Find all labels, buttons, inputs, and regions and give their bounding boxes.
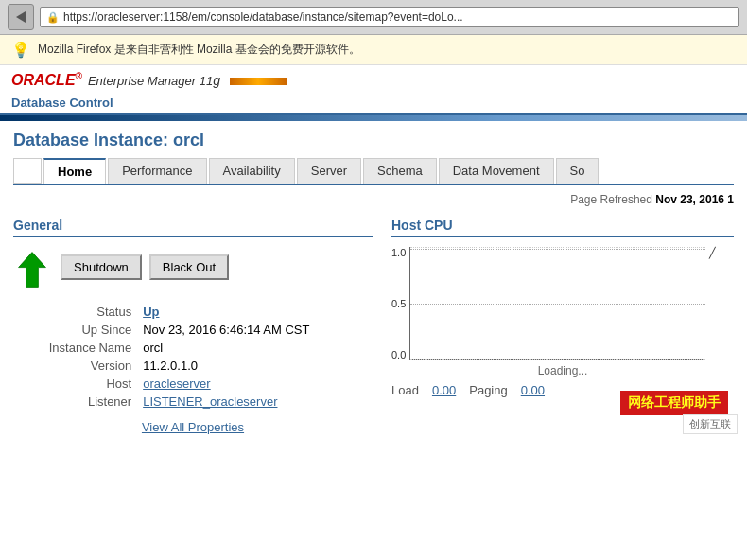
table-row: Listener LISTENER_oracleserver bbox=[13, 393, 373, 411]
host-link[interactable]: oracleserver bbox=[143, 376, 211, 391]
tab-availability[interactable]: Availability bbox=[209, 158, 295, 184]
paging-value[interactable]: 0.00 bbox=[521, 383, 545, 397]
instance-value: orcl bbox=[139, 339, 373, 357]
listener-link[interactable]: LISTENER_oracleserver bbox=[143, 394, 277, 409]
tab-schema[interactable]: Schema bbox=[363, 158, 437, 184]
status-label: Status bbox=[13, 303, 139, 321]
table-row: Up Since Nov 23, 2016 6:46:14 AM CST bbox=[13, 321, 373, 339]
em-bar-decoration bbox=[230, 78, 287, 85]
gridline-bottom bbox=[410, 359, 705, 360]
properties-table: Status Up Up Since Nov 23, 2016 6:46:14 … bbox=[13, 303, 373, 411]
em-logo-row: ORACLE® Enterprise Manager 11g bbox=[11, 71, 736, 93]
y-axis-max: 1.0 bbox=[391, 247, 406, 258]
tab-home[interactable]: Home bbox=[43, 158, 106, 184]
host-label: Host bbox=[13, 375, 139, 393]
shutdown-button[interactable]: Shutdown bbox=[61, 254, 142, 280]
back-arrow-icon bbox=[16, 11, 26, 23]
y-axis-min: 0.0 bbox=[391, 349, 406, 360]
svg-marker-0 bbox=[19, 253, 46, 288]
instance-label: Instance Name bbox=[13, 339, 139, 357]
status-link[interactable]: Up bbox=[143, 305, 159, 319]
table-row: Version 11.2.0.1.0 bbox=[13, 357, 373, 375]
browser-bar: 🔒 https://oracleserver:1158/em/console/d… bbox=[0, 0, 747, 35]
general-section: General Shutdown Black Out Status bbox=[13, 218, 373, 434]
chart-dotted-mid bbox=[410, 304, 705, 305]
paging-label: Paging bbox=[469, 383, 507, 397]
up-arrow-container bbox=[13, 251, 51, 291]
load-value[interactable]: 0.00 bbox=[432, 383, 456, 397]
page-refreshed: Page Refreshed Nov 23, 2016 1 bbox=[13, 193, 734, 206]
table-row: Status Up bbox=[13, 303, 373, 321]
cpu-chart: 1.0 0.5 0.0 ╱ bbox=[391, 247, 734, 360]
table-row: Instance Name orcl bbox=[13, 339, 373, 357]
chart-dotted-top bbox=[410, 249, 705, 250]
refresh-time: Nov 23, 2016 1 bbox=[655, 193, 734, 206]
table-row: Host oracleserver bbox=[13, 375, 373, 393]
y-axis: 1.0 0.5 0.0 bbox=[391, 247, 409, 360]
tab-so[interactable]: So bbox=[556, 158, 599, 184]
oracle-logo: ORACLE® bbox=[11, 71, 82, 89]
url-text: https://oracleserver:1158/em/console/dat… bbox=[63, 10, 463, 24]
action-buttons: Shutdown Black Out bbox=[61, 254, 229, 280]
right-axis-placeholder: ╱ bbox=[705, 247, 734, 360]
listener-value: LISTENER_oracleserver bbox=[139, 393, 373, 411]
upsince-label: Up Since bbox=[13, 321, 139, 339]
up-arrow-icon bbox=[13, 251, 51, 289]
version-label: Version bbox=[13, 357, 139, 375]
general-heading: General bbox=[13, 218, 373, 237]
loading-text: Loading... bbox=[391, 364, 734, 377]
version-value: 11.2.0.1.0 bbox=[139, 357, 373, 375]
db-control-label: Database Control bbox=[11, 93, 736, 113]
tab-spacer bbox=[13, 158, 42, 184]
notification-text: Mozilla Firefox 是来自非营利性 Mozilla 基金会的免费开源… bbox=[38, 42, 360, 58]
notification-icon: 💡 bbox=[11, 41, 30, 59]
tabs-bar: Home Performance Availability Server Sch… bbox=[13, 158, 734, 185]
tab-data-movement[interactable]: Data Movement bbox=[439, 158, 554, 184]
watermark-1: 网络工程师助手 bbox=[620, 391, 728, 415]
page-title: Database Instance: orcl bbox=[13, 131, 734, 150]
main-content: Database Instance: orcl Home Performance… bbox=[0, 121, 747, 444]
chart-area bbox=[409, 247, 705, 360]
em-title: Enterprise Manager 11g bbox=[88, 73, 287, 88]
host-cpu-heading: Host CPU bbox=[391, 218, 734, 237]
blackout-button[interactable]: Black Out bbox=[149, 254, 229, 280]
listener-label: Listener bbox=[13, 393, 139, 411]
notification-bar: 💡 Mozilla Firefox 是来自非营利性 Mozilla 基金会的免费… bbox=[0, 35, 747, 65]
tab-performance[interactable]: Performance bbox=[108, 158, 206, 184]
gridline-top bbox=[410, 247, 705, 248]
lock-icon: 🔒 bbox=[46, 11, 60, 24]
view-all-properties-link[interactable]: View All Properties bbox=[13, 420, 373, 434]
url-bar[interactable]: 🔒 https://oracleserver:1158/em/console/d… bbox=[40, 7, 739, 27]
em-header: ORACLE® Enterprise Manager 11g Database … bbox=[0, 65, 747, 115]
load-label: Load bbox=[391, 383, 419, 397]
watermark-2: 创新互联 bbox=[683, 414, 738, 434]
upsince-value: Nov 23, 2016 6:46:14 AM CST bbox=[139, 321, 373, 339]
host-value: oracleserver bbox=[139, 375, 373, 393]
status-value: Up bbox=[139, 303, 373, 321]
y-axis-mid: 0.5 bbox=[391, 298, 406, 309]
tab-server[interactable]: Server bbox=[297, 158, 361, 184]
back-button[interactable] bbox=[8, 4, 34, 30]
